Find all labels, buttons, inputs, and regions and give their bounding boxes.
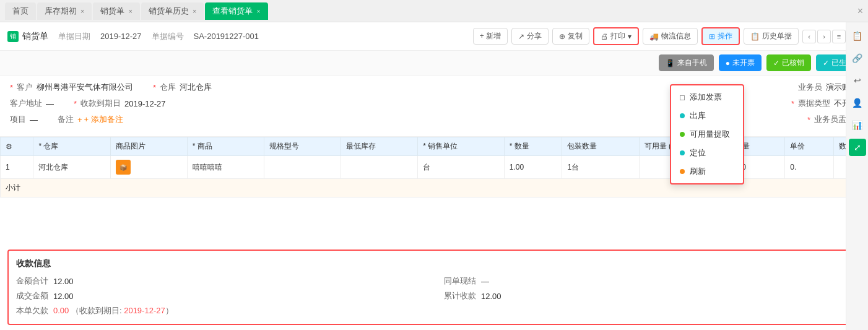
close-history-tab[interactable]: × [193, 7, 196, 15]
row-min-stock [341, 156, 418, 179]
same-settlement-label: 同单现结 [444, 276, 476, 287]
action-bar: 📱 来自手机 ● 未开票 ✓ 已核销 ✓ 已生效 [0, 51, 868, 76]
row-product-img: 📦 [110, 156, 187, 179]
staff-label: 业务员 [798, 82, 822, 93]
copy-button[interactable]: ⊕ 复制 [552, 28, 589, 45]
outbound-dot [680, 113, 685, 118]
close-check-tab[interactable]: × [256, 7, 260, 15]
share-button[interactable]: ↗ 分享 [511, 28, 549, 45]
total-amount-value: 12.00 [53, 277, 74, 286]
new-button[interactable]: + 新增 [473, 28, 508, 45]
sidebar-chart-icon[interactable]: 📊 [849, 116, 866, 134]
col-settings[interactable]: ⚙ [1, 137, 33, 156]
col-min-stock: 最低库存 [341, 137, 418, 156]
operation-button[interactable]: ⊞ 操作 [701, 27, 740, 45]
tab-bar: 首页 库存期初 × 销货单 × 销货单历史 × 查看销货单 × × [0, 0, 868, 22]
same-settlement-value: — [481, 277, 489, 286]
project-field: 项目 — [10, 114, 38, 125]
col-quantity: * 数量 [504, 137, 562, 156]
locate-dot [680, 150, 685, 155]
dropdown-item-refresh[interactable]: 刷新 [671, 162, 743, 181]
sidebar-link-icon[interactable]: 🔗 [849, 50, 866, 67]
customer-label: 客户 [17, 82, 33, 93]
cumulative-value: 12.00 [481, 292, 501, 301]
dropdown-item-locate[interactable]: 定位 [671, 144, 743, 162]
customer-field: * 客户 柳州粤港平安气体有限公司 [10, 82, 133, 93]
share-icon: ↗ [518, 32, 524, 41]
payment-date-field: * 收款到期日 2019-12-27 [74, 98, 166, 109]
number-label: 单据编号 [152, 31, 184, 42]
close-sales-tab[interactable]: × [128, 7, 132, 15]
main-content: 销 销货单 单据日期 2019-12-27 单据编号 SA-20191227-0… [0, 22, 868, 330]
row-price: 0. [785, 156, 833, 179]
tab-home-label: 首页 [12, 6, 28, 17]
reconcile-status-button[interactable]: ✓ 已核销 [766, 54, 811, 71]
doc-meta: 单据日期 2019-12-27 单据编号 SA-20191227-001 [58, 31, 259, 42]
tab-inventory-label: 库存期初 [45, 6, 77, 17]
warehouse-value: 河北仓库 [180, 82, 212, 93]
dropdown-item-available[interactable]: 可用量提取 [671, 125, 743, 144]
row-product: 嘻嘻嘻嘻 [187, 156, 264, 179]
sidebar-note-icon[interactable]: 📋 [849, 27, 866, 45]
cumulative-label: 累计收款 [444, 290, 476, 302]
sidebar-user-icon[interactable]: 👤 [849, 94, 866, 111]
tab-inventory-init[interactable]: 库存期初 × [37, 2, 92, 20]
tab-check-sales[interactable]: 查看销货单 × [205, 2, 267, 20]
date-value: 2019-12-27 [100, 32, 142, 41]
total-amount-row: 金额合计 12.00 [16, 276, 424, 287]
invoice-status-button[interactable]: ● 未开票 [719, 54, 762, 71]
project-label: 项目 [10, 114, 26, 125]
invoice-icon: ● [726, 59, 730, 67]
address-field: 客户地址 — [10, 98, 54, 109]
doc-title-area: 销 销货单 [7, 31, 48, 42]
date-label: 单据日期 [58, 31, 90, 42]
reconcile-icon: ✓ [773, 59, 779, 67]
close-inventory-tab[interactable]: × [80, 7, 84, 15]
dropdown-item-outbound[interactable]: 出库 [671, 106, 743, 125]
row-spec [264, 156, 341, 179]
right-sidebar: 📋 🔗 ↩ 👤 📊 ⤢ [846, 22, 868, 330]
staff2-label: 业务员盂 [814, 114, 846, 125]
warehouse-label: 仓库 [160, 82, 176, 93]
due-amount-label: 本单欠款 [16, 305, 48, 316]
product-thumbnail: 📦 [116, 160, 131, 175]
add-invoice-icon: □ [680, 93, 685, 102]
payment-date-label: 收款到期日 [80, 98, 121, 109]
col-unit: * 销售单位 [418, 137, 504, 156]
due-amount-value: 0.00 （收款到期日: 2019-12-27） [53, 305, 173, 316]
due-date-value: 2019-12-27 [124, 306, 165, 315]
operation-icon: ⊞ [709, 32, 715, 41]
history-button[interactable]: 📋 历史单据 [744, 28, 799, 45]
tab-home[interactable]: 首页 [5, 2, 36, 20]
doc-title-label: 销货单 [22, 31, 48, 42]
sidebar-expand-icon[interactable]: ⤢ [849, 139, 866, 156]
payment-info-title: 收款信息 [16, 258, 852, 269]
phone-status-button[interactable]: 📱 来自手机 [659, 54, 714, 71]
row-unit: 台 [418, 156, 504, 179]
tab-sales-history[interactable]: 销货单历史 × [141, 2, 204, 20]
logistics-icon: 🚚 [649, 32, 659, 41]
due-amount-row: 本单欠款 0.00 （收款到期日: 2019-12-27） [16, 305, 424, 316]
add-icon: + [77, 115, 82, 124]
warehouse-field: * 仓库 河北仓库 [153, 82, 212, 93]
logistics-button[interactable]: 🚚 物流信息 [643, 28, 698, 45]
note-label: 备注 [58, 114, 74, 125]
list-view-button[interactable]: ≡ [832, 30, 846, 43]
print-dropdown-icon: ▾ [628, 32, 631, 41]
effective-icon: ✓ [823, 59, 829, 67]
global-close-button[interactable]: × [857, 6, 863, 17]
col-spec: 规格型号 [264, 137, 341, 156]
add-note-button[interactable]: + + 添加备注 [77, 114, 123, 125]
dropdown-item-add-invoice[interactable]: □ 添加发票 [671, 88, 743, 106]
col-product-img: 商品图片 [110, 137, 187, 156]
sidebar-return-icon[interactable]: ↩ [849, 72, 866, 89]
row-quantity: 1.00 [504, 156, 562, 179]
history-icon: 📋 [750, 32, 760, 41]
tab-sales-order[interactable]: 销货单 × [93, 2, 139, 20]
prev-button[interactable]: ‹ [802, 30, 816, 43]
doc-header: 销 销货单 单据日期 2019-12-27 单据编号 SA-20191227-0… [0, 22, 868, 51]
operation-dropdown: □ 添加发票 出库 可用量提取 定位 刷新 [670, 84, 744, 185]
print-button[interactable]: 🖨 打印 ▾ [593, 27, 639, 45]
row-index: 1 [1, 156, 33, 179]
next-button[interactable]: › [817, 30, 831, 43]
